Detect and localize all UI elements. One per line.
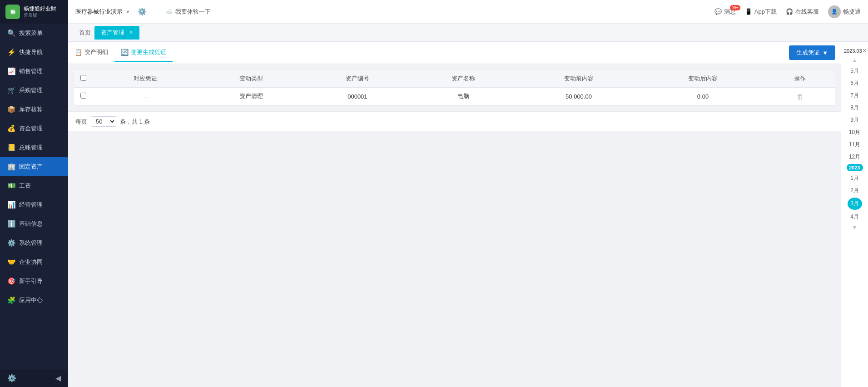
settings-bottom-icon[interactable]: ⚙️: [7, 374, 16, 382]
generate-voucher-label: 生成凭证: [796, 49, 820, 57]
sidebar-item-label: 新手引导: [19, 277, 43, 285]
right-panel-icons: ✕ ⛶: [862, 47, 868, 54]
content-area: 📋 资产明细 🔄 变更生成凭证 生成凭证 ▼: [68, 42, 841, 387]
chart-icon: 📈: [7, 67, 15, 75]
month-11[interactable]: 11月: [841, 139, 868, 151]
sidebar: 畅 畅捷通好业财 普及版 🔍 搜索菜单 ⚡ 快捷导航 📈 销售管理 🛒 采购管理…: [0, 0, 68, 387]
per-page-select[interactable]: 50 10 20 100: [91, 116, 116, 127]
experience-label: 我要体验一下: [175, 8, 211, 16]
cart-icon: 🛒: [7, 86, 15, 94]
close-panel-icon[interactable]: ✕: [862, 47, 867, 54]
search-icon: 🔍: [7, 29, 15, 37]
sidebar-item-appstore[interactable]: 🧩 应用中心: [0, 291, 68, 310]
puzzle-icon: 🧩: [7, 296, 15, 304]
sidebar-logo: 畅 畅捷通好业财 普及版: [0, 0, 68, 24]
tab-asset-mgmt[interactable]: 资产管理 ✕: [94, 26, 139, 40]
scroll-down-icon[interactable]: ▼: [841, 223, 868, 232]
scroll-up-icon[interactable]: ▲: [841, 56, 868, 65]
topbar-gear-icon[interactable]: ⚙️: [138, 7, 147, 16]
collapse-icon[interactable]: ◀: [55, 374, 61, 382]
cell-asset-name: 电脑: [411, 88, 517, 105]
row-checkbox-cell: [74, 88, 92, 105]
app-logo-text: 畅捷通好业财 普及版: [24, 5, 56, 19]
sidebar-item-purchase[interactable]: 🛒 采购管理: [0, 81, 68, 100]
select-all-checkbox[interactable]: [80, 75, 86, 81]
asset-table: 对应凭证 变动类型 资产编号 资产名称: [74, 70, 835, 105]
tab-asset-mgmt-label: 资产管理: [101, 29, 124, 37]
month-1[interactable]: 1月: [841, 172, 868, 184]
cell-change-type: 资产清理: [198, 88, 305, 105]
tab-home[interactable]: 首页: [75, 26, 94, 40]
sidebar-item-payroll[interactable]: 💵 工资: [0, 176, 68, 195]
sidebar-item-label: 采购管理: [19, 86, 43, 94]
col-action: 操作: [765, 70, 835, 88]
subtab-bar: 📋 资产明细 🔄 变更生成凭证 生成凭证 ▼: [68, 42, 841, 64]
app-download-btn[interactable]: 📱 App下载: [745, 8, 777, 16]
sidebar-item-label: 企业协同: [19, 258, 43, 266]
sidebar-item-funds[interactable]: 💰 资金管理: [0, 119, 68, 138]
sidebar-item-corp[interactable]: 🤝 企业协同: [0, 253, 68, 272]
month-5[interactable]: 5月: [841, 65, 868, 77]
company-chevron-icon: ▼: [125, 9, 130, 15]
col-change-type: 变动类型: [198, 70, 305, 88]
ops-icon: 📊: [7, 201, 15, 209]
col-asset-name: 资产名称: [411, 70, 517, 88]
data-table: 对应凭证 变动类型 资产编号 资产名称: [74, 69, 835, 106]
sidebar-item-basicinfo[interactable]: ℹ️ 基础信息: [0, 214, 68, 233]
sidebar-item-ledger[interactable]: 📒 总账管理: [0, 138, 68, 157]
payroll-icon: 💵: [7, 182, 15, 190]
main-wrap: 医疗器械行业演示 ▼ ⚙️ ☁️ 我要体验一下 💬 消息 99+ 📱 App下载…: [68, 0, 868, 387]
cell-before-change: 50,000.00: [516, 88, 641, 105]
col-voucher: 对应凭证: [92, 70, 198, 88]
tab-close-icon[interactable]: ✕: [129, 30, 133, 35]
lightning-icon: ⚡: [7, 48, 15, 56]
company-selector[interactable]: 医疗器械行业演示 ▼: [75, 8, 130, 16]
topbar-right: 💬 消息 99+ 📱 App下载 🎧 在线客服 👤 畅捷通: [714, 5, 861, 18]
app-download-label: App下载: [754, 8, 777, 16]
cloud-icon: ☁️: [165, 8, 173, 15]
table-row: -- 资产清理 000001 电脑 50,000.00 0.00 🗑: [74, 88, 835, 105]
sidebar-item-sales[interactable]: 📈 销售管理: [0, 62, 68, 81]
month-8[interactable]: 8月: [841, 102, 868, 114]
sidebar-item-label: 基础信息: [19, 220, 43, 228]
sidebar-item-assets[interactable]: 🏢 固定资产: [0, 157, 68, 176]
tabbar: 首页 资产管理 ✕: [68, 24, 868, 42]
subtab-change-voucher-label: 变更生成凭证: [131, 48, 166, 56]
generate-voucher-btn[interactable]: 生成凭证 ▼: [789, 45, 835, 60]
month-9[interactable]: 9月: [841, 114, 868, 126]
messages-btn[interactable]: 💬 消息 99+: [714, 8, 736, 16]
handshake-icon: 🤝: [7, 258, 15, 266]
sidebar-item-label: 工资: [19, 182, 31, 190]
username-label: 畅捷通: [843, 8, 861, 16]
topbar-divider: [156, 7, 156, 16]
online-support-btn[interactable]: 🎧 在线客服: [786, 8, 819, 16]
subtab-change-voucher[interactable]: 🔄 变更生成凭证: [114, 44, 173, 62]
right-panel-header: 2023.03 ✕ ⛶: [841, 45, 868, 56]
sidebar-item-inventory[interactable]: 📦 库存核算: [0, 100, 68, 119]
sidebar-item-search[interactable]: 🔍 搜索菜单: [0, 24, 68, 43]
subtab-asset-detail[interactable]: 📋 资产明细: [68, 44, 114, 62]
sidebar-item-guide[interactable]: 🎯 新手引导: [0, 272, 68, 291]
sidebar-item-label: 固定资产: [19, 163, 43, 171]
month-10[interactable]: 10月: [841, 126, 868, 139]
user-profile-btn[interactable]: 👤 畅捷通: [828, 5, 861, 18]
col-before-change: 变动前内容: [516, 70, 641, 88]
info-icon: ℹ️: [7, 220, 15, 228]
sidebar-item-operations[interactable]: 📊 经营管理: [0, 195, 68, 214]
row-checkbox[interactable]: [80, 93, 86, 99]
sidebar-item-label: 搜索菜单: [19, 29, 43, 37]
delete-row-icon[interactable]: 🗑: [797, 93, 804, 100]
month-6[interactable]: 6月: [841, 77, 868, 89]
sidebar-item-label: 经营管理: [19, 201, 43, 209]
year-2023-label: 2023: [847, 164, 863, 171]
building-icon: 🏢: [7, 163, 15, 171]
month-4[interactable]: 4月: [841, 211, 868, 223]
cell-voucher: --: [92, 88, 198, 105]
experience-link[interactable]: ☁️ 我要体验一下: [165, 8, 211, 16]
month-12[interactable]: 12月: [841, 151, 868, 163]
month-7[interactable]: 7月: [841, 89, 868, 102]
sidebar-item-system[interactable]: ⚙️ 系统管理: [0, 233, 68, 253]
sidebar-item-quicknav[interactable]: ⚡ 快捷导航: [0, 43, 68, 62]
month-2[interactable]: 2月: [841, 184, 868, 197]
month-3-current[interactable]: 3月: [848, 198, 862, 210]
